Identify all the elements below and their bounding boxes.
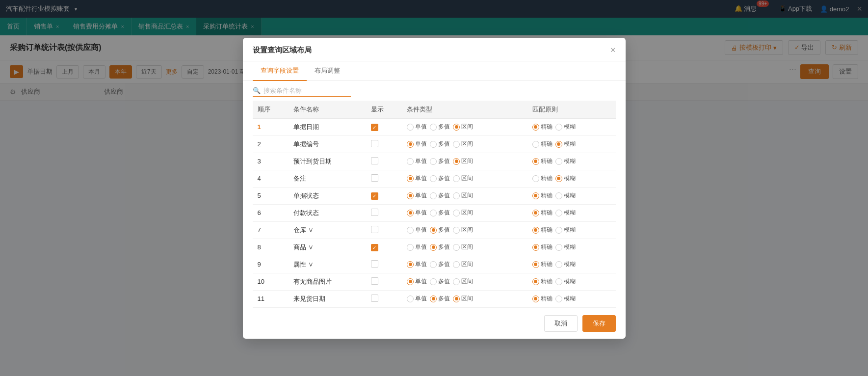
th-display: 显示 xyxy=(366,101,402,101)
modal-tabs: 查询字段设置 布局调整 xyxy=(243,61,626,81)
modal-tab-layout-adjust[interactable]: 布局调整 xyxy=(307,61,348,81)
modal-header: 设置查询区域布局 × xyxy=(243,38,626,61)
modal-tab-field-settings[interactable]: 查询字段设置 xyxy=(253,61,307,81)
settings-modal: 设置查询区域布局 × 查询字段设置 布局调整 🔍 顺序 xyxy=(243,38,626,101)
search-icon: 🔍 xyxy=(253,87,261,94)
modal-title: 设置查询区域布局 xyxy=(253,46,312,55)
th-name: 条件名称 xyxy=(289,101,366,101)
th-order: 顺序 xyxy=(253,101,289,101)
th-match: 匹配原则 xyxy=(527,101,616,101)
search-box: 🔍 xyxy=(253,87,351,97)
modal-search-area: 🔍 xyxy=(243,81,626,101)
search-input[interactable] xyxy=(263,87,342,94)
modal-table-wrap: 顺序 条件名称 显示 条件类型 匹配原则 1单据日期✓ 单值 多值 xyxy=(243,101,626,101)
modal-overlay: 设置查询区域布局 × 查询字段设置 布局调整 🔍 顺序 xyxy=(0,0,868,101)
th-type: 条件类型 xyxy=(402,101,527,101)
modal-table: 顺序 条件名称 显示 条件类型 匹配原则 1单据日期✓ 单值 多值 xyxy=(253,101,616,101)
modal-close-button[interactable]: × xyxy=(610,46,616,54)
